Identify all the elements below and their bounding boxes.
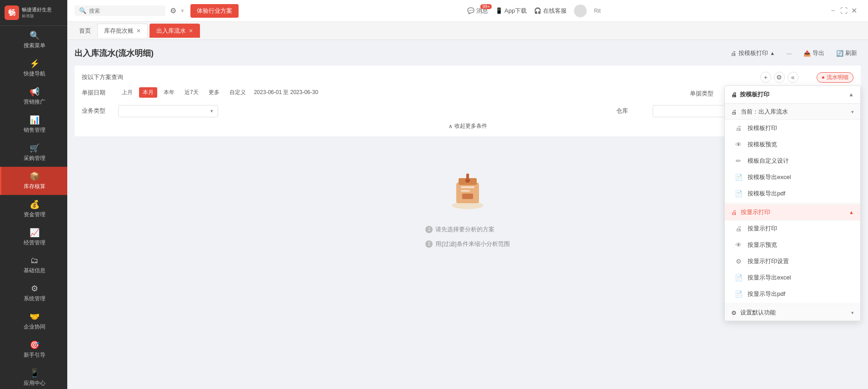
- collapse-label: 收起更多条件: [454, 122, 487, 130]
- dropdown-separator-2: [725, 303, 860, 304]
- current-text: 当前：出入库流水: [741, 108, 788, 116]
- display-section-chevron-icon: ▲: [849, 209, 854, 215]
- tag-label: 流水明细: [827, 74, 848, 81]
- biz-type-chevron-icon: ▾: [210, 108, 213, 114]
- search-bar[interactable]: 🔍: [75, 5, 165, 16]
- sidebar-icon-enterprise: 🤝: [30, 312, 40, 322]
- doc-type-label: 单据类型: [690, 90, 722, 98]
- dropdown-current-section[interactable]: 🖨 当前：出入库流水 ▾: [725, 104, 860, 120]
- add-filter-button[interactable]: +: [760, 72, 771, 83]
- refresh-icon: 🔄: [836, 50, 843, 57]
- empty-illustration: [445, 169, 490, 214]
- sidebar-item-newbie[interactable]: 🎯 新手引导: [0, 335, 67, 364]
- date-btn-last-month[interactable]: 上月: [118, 87, 136, 98]
- sidebar-label-basic-info: 基础信息: [24, 267, 45, 274]
- tag-icon: ●: [822, 74, 825, 80]
- tab-home[interactable]: 首页: [75, 24, 95, 38]
- sidebar-item-basic-info[interactable]: 🗂 基础信息: [0, 251, 67, 279]
- maximize-button[interactable]: ⛶: [840, 7, 848, 15]
- sidebar-item-search-menu[interactable]: 🔍 搜索菜单: [0, 26, 67, 54]
- dropdown-item-display-pdf[interactable]: 📄 按显示导出pdf: [725, 286, 860, 302]
- date-group: 上月 本月 本年 近7天 更多 自定义: [118, 87, 249, 98]
- dropdown-header: 🖨 按模板打印 ▲: [725, 86, 860, 104]
- dropdown-icon-display-print: 🖨: [734, 225, 743, 232]
- sidebar-label-enterprise: 企业协同: [24, 323, 45, 331]
- sidebar-label-quick-nav: 快捷导航: [24, 70, 45, 78]
- date-btn-custom[interactable]: 自定义: [226, 87, 249, 98]
- dropdown-item-display-preview[interactable]: 👁 按显示预览: [725, 237, 860, 253]
- refresh-button[interactable]: 🔄 刷新: [833, 47, 861, 59]
- page-content: 出入库流水(流水明细) 🖨 按模板打印 ▲ ··· 📤 导出 🔄 刷新: [67, 40, 868, 389]
- date-btn-more[interactable]: 更多: [205, 87, 223, 98]
- template-print-chevron-icon: ▲: [770, 50, 775, 56]
- dropdown-header-chevron-icon[interactable]: ▲: [848, 91, 854, 98]
- svg-rect-1: [456, 183, 479, 203]
- filter-settings-button[interactable]: ⚙: [774, 72, 785, 83]
- tab-inventory-batch-close-icon[interactable]: ✕: [136, 28, 141, 34]
- dropdown-set-default[interactable]: ⚙ 设置默认功能 ▾: [725, 304, 860, 321]
- tab-inventory-batch[interactable]: 库存批次账 ✕: [97, 24, 148, 38]
- date-btn-7days[interactable]: 近7天: [181, 87, 202, 98]
- app-download-button[interactable]: 📱 App下载: [495, 7, 527, 15]
- dropdown-item-display-print[interactable]: 🖨 按显示打印: [725, 220, 860, 237]
- date-range-display: 2023-06-01 至 2023-06-30: [254, 89, 318, 96]
- app-download-icon: 📱: [495, 7, 503, 14]
- settings-gear-icon[interactable]: ⚙: [170, 6, 176, 15]
- sidebar-item-inventory[interactable]: 📦 库存核算: [0, 167, 67, 195]
- sidebar-label-newbie: 新手引导: [24, 351, 45, 359]
- date-btn-this-month[interactable]: 本月: [139, 87, 157, 98]
- warehouse-value: [658, 108, 659, 115]
- biz-type-select[interactable]: ▾: [118, 105, 218, 117]
- dropdown-item-display-print-settings[interactable]: ⚙ 按显示打印设置: [725, 253, 860, 269]
- tab-in-out-flow-close-icon[interactable]: ✕: [189, 28, 193, 34]
- dropdown-icon-template-pdf: 📄: [734, 190, 743, 197]
- sidebar-item-purchase[interactable]: 🛒 采购管理: [0, 139, 67, 167]
- header-right: 💬 消息 99+ 📱 App下载 🎧 在线客服 Rit: [467, 5, 601, 17]
- message-button[interactable]: 💬 消息 99+: [467, 7, 488, 15]
- sidebar-items: 🔍 搜索菜单 ⚡ 快捷导航 📢 营销推广 📊 销售管理 🛒 采购管理 📦 库存核…: [0, 26, 67, 389]
- window-controls: － ⛶ ✕: [829, 6, 861, 15]
- tab-in-out-flow[interactable]: 出入库流水 ✕: [150, 24, 200, 38]
- close-button[interactable]: ✕: [851, 6, 857, 15]
- user-avatar[interactable]: [574, 5, 587, 17]
- svg-rect-3: [461, 186, 474, 188]
- dropdown-label-template-excel: 按模板导出excel: [748, 173, 791, 181]
- filter-tag[interactable]: ● 流水明细: [817, 72, 853, 83]
- minimize-button[interactable]: －: [829, 6, 837, 15]
- top-header: 🔍 ⚙ ▾ 体验行业方案 💬 消息 99+ 📱 App下载 🎧 在线客服 Rit: [67, 0, 868, 22]
- dropdown-display-section[interactable]: 🖨 按显示打印 ▲: [725, 204, 860, 220]
- filter-collapse-button[interactable]: «: [788, 72, 798, 83]
- more-actions-button[interactable]: ···: [783, 48, 795, 59]
- sidebar-item-system[interactable]: ⚙ 系统管理: [0, 279, 67, 307]
- app-logo: 畅 畅捷通好生意 标准版: [0, 0, 67, 26]
- page-title-bar: 出入库流水(流水明细) 🖨 按模板打印 ▲ ··· 📤 导出 🔄 刷新: [75, 47, 861, 59]
- sidebar-icon-sales: 📊: [30, 115, 40, 125]
- dropdown-display-items: 🖨 按显示打印 👁 按显示预览 ⚙ 按显示打印设置 📄 按显示导出excel 📄…: [725, 220, 860, 302]
- query-label: 按以下方案查询: [82, 73, 114, 81]
- sidebar-item-marketing[interactable]: 📢 营销推广: [0, 82, 67, 110]
- sidebar-item-quick-nav[interactable]: ⚡ 快捷导航: [0, 54, 67, 82]
- warehouse-label: 仓库: [616, 107, 648, 115]
- dropdown-item-display-excel[interactable]: 📄 按显示导出excel: [725, 269, 860, 286]
- sidebar-item-operations[interactable]: 📈 经营管理: [0, 223, 67, 251]
- industry-solution-button[interactable]: 体验行业方案: [190, 4, 239, 18]
- date-btn-this-year[interactable]: 本年: [160, 87, 178, 98]
- search-input[interactable]: [89, 8, 153, 14]
- dropdown-icon-template-preview: 👁: [734, 141, 743, 148]
- dropdown-item-template-preview[interactable]: 👁 按模板预览: [725, 136, 860, 153]
- sidebar-item-sales[interactable]: 📊 销售管理: [0, 110, 67, 139]
- template-print-button[interactable]: 🖨 按模板打印 ▲: [727, 47, 778, 59]
- sidebar-item-app-center[interactable]: 📱 应用中心: [0, 364, 67, 389]
- dropdown-item-template-custom[interactable]: ✏ 模板自定义设计: [725, 153, 860, 169]
- sidebar-item-finance[interactable]: 💰 资金管理: [0, 195, 67, 223]
- export-button[interactable]: 📤 导出: [800, 47, 828, 59]
- dropdown-item-template-excel[interactable]: 📄 按模板导出excel: [725, 169, 860, 185]
- dropdown-item-template-print[interactable]: 🖨 按模板打印: [725, 120, 860, 136]
- page-title: 出入库流水(流水明细): [75, 48, 154, 59]
- sidebar-item-enterprise[interactable]: 🤝 企业协同: [0, 307, 67, 335]
- dropdown-item-template-pdf[interactable]: 📄 按模板导出pdf: [725, 185, 860, 202]
- online-service-button[interactable]: 🎧 在线客服: [534, 7, 567, 15]
- dropdown-set-default-label: ⚙ 设置默认功能: [731, 309, 776, 317]
- filter-row-top: 按以下方案查询 + ⚙ « ● 流水明细: [82, 72, 853, 83]
- dropdown-label-display-preview: 按显示预览: [748, 241, 777, 249]
